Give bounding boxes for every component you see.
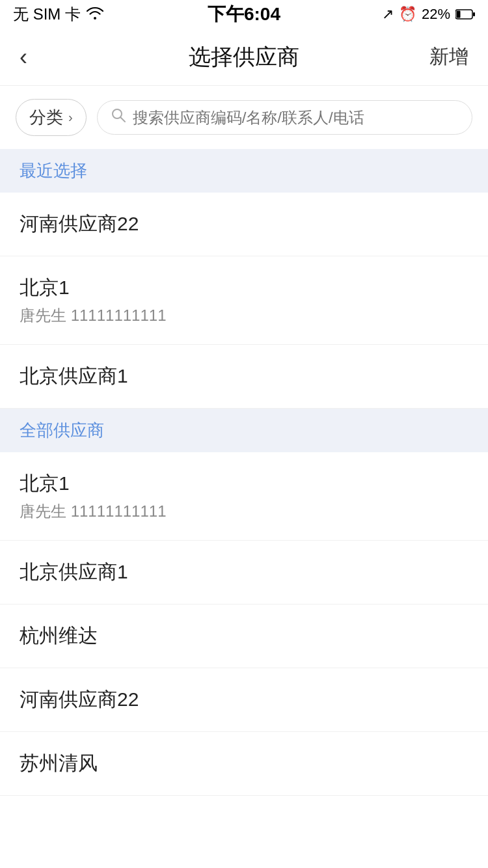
list-item[interactable]: 河南供应商22 bbox=[0, 193, 488, 256]
add-action-button[interactable]: 新增 bbox=[429, 44, 468, 70]
item-sub: 唐先生 11111111111 bbox=[20, 305, 468, 326]
all-list: 北京1唐先生 11111111111北京供应商1杭州维达河南供应商22苏州清风 bbox=[0, 452, 488, 796]
recent-list: 河南供应商22北京1唐先生 11111111111北京供应商1 bbox=[0, 193, 488, 409]
list-item[interactable]: 北京供应商1 bbox=[0, 345, 488, 409]
item-name: 北京1 bbox=[20, 275, 468, 301]
list-item[interactable]: 北京1唐先生 11111111111 bbox=[0, 256, 488, 345]
recent-section-header: 最近选择 bbox=[0, 149, 488, 193]
search-box bbox=[97, 100, 472, 135]
item-sub: 唐先生 11111111111 bbox=[20, 501, 468, 522]
category-button[interactable]: 分类 › bbox=[16, 99, 87, 136]
svg-rect-1 bbox=[473, 12, 475, 16]
list-item[interactable]: 北京1唐先生 11111111111 bbox=[0, 452, 488, 541]
item-name: 北京供应商1 bbox=[20, 363, 468, 390]
status-time: 下午6:04 bbox=[208, 2, 280, 27]
search-icon bbox=[111, 107, 126, 128]
svg-line-4 bbox=[120, 118, 125, 122]
list-item[interactable]: 河南供应商22 bbox=[0, 668, 488, 732]
back-button[interactable]: ‹ bbox=[20, 44, 59, 71]
filter-bar: 分类 › bbox=[0, 86, 488, 149]
item-name: 杭州维达 bbox=[20, 623, 468, 649]
item-name: 苏州清风 bbox=[20, 750, 468, 777]
alarm-icon: ⏰ bbox=[399, 6, 416, 23]
list-item[interactable]: 苏州清风 bbox=[0, 732, 488, 796]
svg-rect-2 bbox=[457, 11, 461, 18]
search-input[interactable] bbox=[133, 109, 459, 127]
status-right: ↗ ⏰ 22% bbox=[382, 6, 475, 23]
battery-label: 22% bbox=[422, 6, 450, 23]
item-name: 北京供应商1 bbox=[20, 559, 468, 586]
item-name: 北京1 bbox=[20, 470, 468, 497]
item-name: 河南供应商22 bbox=[20, 211, 468, 237]
nav-bar: ‹ 选择供应商 新增 bbox=[0, 29, 488, 86]
carrier-label: 无 SIM 卡 bbox=[13, 4, 81, 25]
wifi-icon bbox=[86, 5, 104, 23]
status-left: 无 SIM 卡 bbox=[13, 4, 104, 25]
chevron-right-icon: › bbox=[68, 110, 73, 125]
all-section-header: 全部供应商 bbox=[0, 409, 488, 452]
list-item[interactable]: 北京供应商1 bbox=[0, 541, 488, 604]
status-bar: 无 SIM 卡 下午6:04 ↗ ⏰ 22% bbox=[0, 0, 488, 29]
list-item[interactable]: 杭州维达 bbox=[0, 604, 488, 668]
page-title: 选择供应商 bbox=[59, 42, 429, 72]
category-label: 分类 bbox=[29, 106, 63, 129]
item-name: 河南供应商22 bbox=[20, 686, 468, 713]
location-icon: ↗ bbox=[382, 6, 394, 23]
battery-icon bbox=[455, 8, 475, 20]
